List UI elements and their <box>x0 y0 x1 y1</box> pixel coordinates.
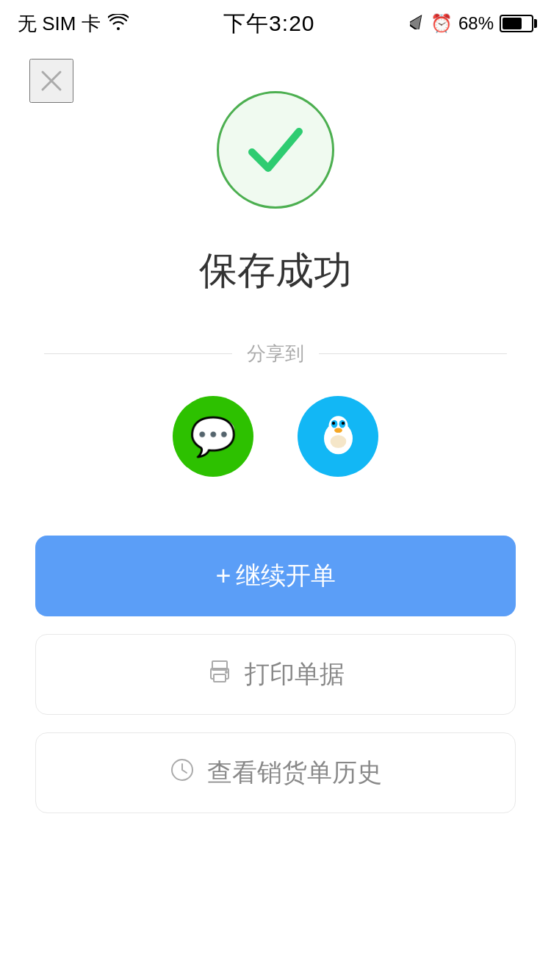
action-buttons: + 继续开单 打印单据 查看销货单历史 <box>0 536 551 813</box>
svg-point-15 <box>331 421 334 424</box>
status-left: 无 SIM 卡 <box>18 11 129 37</box>
svg-rect-21 <box>214 674 226 682</box>
status-time: 下午3:20 <box>223 9 314 39</box>
svg-point-22 <box>225 671 228 674</box>
plus-icon: + <box>215 561 231 591</box>
history-label: 查看销货单历史 <box>207 756 382 790</box>
checkmark-icon <box>246 124 305 176</box>
svg-point-18 <box>330 435 346 447</box>
share-label: 分享到 <box>247 341 304 367</box>
alarm-icon: ⏰ <box>431 13 453 34</box>
divider-right <box>319 353 507 354</box>
battery-icon <box>500 15 533 32</box>
success-circle <box>217 91 334 209</box>
print-button[interactable]: 打印单据 <box>35 634 516 715</box>
share-icons-row: 💬 <box>173 396 378 477</box>
history-icon <box>169 757 195 789</box>
print-label: 打印单据 <box>245 657 345 691</box>
divider-left <box>44 353 232 354</box>
battery-percent: 68% <box>458 13 494 34</box>
continue-button[interactable]: + 继续开单 <box>35 536 516 616</box>
no-sim-label: 无 SIM 卡 <box>18 11 101 37</box>
success-title: 保存成功 <box>199 245 352 297</box>
share-section: 分享到 💬 <box>0 341 551 536</box>
share-divider: 分享到 <box>0 341 551 367</box>
printer-icon <box>206 658 233 691</box>
status-right: ⏰ 68% <box>410 13 533 34</box>
location-icon <box>410 13 425 34</box>
svg-point-16 <box>341 421 344 424</box>
history-button[interactable]: 查看销货单历史 <box>35 732 516 813</box>
svg-text:💬: 💬 <box>190 414 237 459</box>
continue-label: 继续开单 <box>236 559 336 593</box>
status-bar: 无 SIM 卡 下午3:20 ⏰ 68% <box>0 0 551 47</box>
close-button[interactable] <box>29 59 73 103</box>
qq-share-button[interactable] <box>298 396 378 477</box>
svg-point-17 <box>334 428 342 433</box>
main-content: 保存成功 分享到 <box>0 47 551 813</box>
wechat-share-button[interactable]: 💬 <box>173 396 253 477</box>
wifi-icon <box>108 12 129 35</box>
